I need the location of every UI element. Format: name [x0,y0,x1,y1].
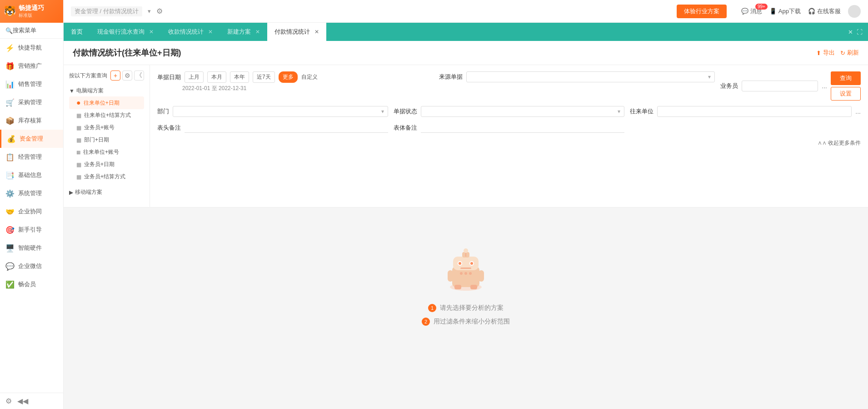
filter-settings-btn[interactable]: 设置 [831,87,861,101]
sidebar-item-wechat[interactable]: 💬 企业微信 [0,257,63,275]
sidebar-label-wechat: 企业微信 [18,262,42,270]
sales-icon: 📊 [5,80,15,89]
header-note-input[interactable] [185,122,388,133]
refresh-label: 刷新 [847,49,859,57]
tab-close-all-icon[interactable]: ✕ [848,29,853,35]
empty-state: 1 请先选择要分析的方案 2 用过滤条件来缩小分析范围 [64,207,868,362]
search-menu-item[interactable]: 🔍 搜索菜单 [0,23,63,39]
topbar-dropdown-icon[interactable]: ▾ [148,8,151,15]
sidebar-item-corp[interactable]: 🤝 企业协同 [0,202,63,221]
query-btn[interactable]: 查询 [831,71,861,85]
body-note-input[interactable] [421,122,624,133]
sidebar-item-quick-nav[interactable]: ⚡ 快捷导航 [0,39,63,57]
topbar: 资金管理 / 付款情况统计 ▾ ⚙ 体验行业方案 💬 消息 99+ 📱 App下… [64,0,868,23]
svg-rect-2 [448,270,453,282]
staff-dots[interactable]: ... [822,82,827,90]
sidebar-label-marketing: 营销推广 [18,62,42,70]
dept-filter-cell: 部门 ▾ [157,106,388,117]
tab-new-scheme[interactable]: 新建方案 ✕ [220,23,267,41]
sidebar-item-hardware[interactable]: 🖥️ 智能硬件 [0,239,63,257]
scheme-item-counterparty-settle[interactable]: ▦ 往来单位+结算方式 [69,109,144,121]
scheme-item-dept-date[interactable]: ▦ 部门+日期 [69,134,144,146]
user-avatar[interactable] [848,5,861,18]
source-filter-cell: 来源单据 ▾ [439,71,715,82]
doc-status-label: 单据状态 [394,107,417,116]
inventory-icon: 📦 [5,116,15,125]
tab-receipt-close[interactable]: ✕ [208,29,213,35]
sidebar-label-purchase: 采购管理 [18,98,42,106]
scheme-item-icon-1: ▦ [76,112,81,119]
sidebar-item-guide[interactable]: 🎯 新手引导 [0,221,63,239]
scheme-add-btn[interactable]: + [110,71,120,81]
scheme-item-counterparty-account[interactable]: ▦ 往来单位+账号 [69,146,144,158]
scheme-item-staff-date[interactable]: ▦ 业务员+日期 [69,158,144,171]
scheme-item-icon-2: ▦ [76,125,81,131]
tab-bank-close[interactable]: ✕ [149,29,154,35]
tab-expand-icon[interactable]: ⛶ [857,29,863,35]
date-btn-more[interactable]: 更多 [279,71,298,83]
scheme-item-staff-settle[interactable]: ▦ 业务员+结算方式 [69,171,144,183]
filter-row-3: 表头备注 表体备注 [157,122,861,133]
scheme-item-staff-account[interactable]: ▦ 业务员+账号 [69,121,144,134]
sidebar-item-sales[interactable]: 📊 销售管理 [0,75,63,93]
empty-hint-2-text: 用过滤条件来缩小分析范围 [434,318,510,326]
sidebar-label-inventory: 库存核算 [18,116,42,125]
date-btn-this-year[interactable]: 本年 [230,71,249,83]
counterparty-dots[interactable]: ... [855,108,861,115]
dept-select[interactable]: ▾ [173,106,388,117]
sidebar-label-quick-nav: 快捷导航 [18,44,42,52]
app-download-btn[interactable]: 📱 App下载 [769,7,801,15]
collapse-sidebar-btn[interactable]: ◀◀ [17,397,28,405]
scheme-group-mobile-title[interactable]: ▶ 移动端方案 [69,187,144,198]
topbar-settings-btn[interactable]: ⚙ [156,7,163,15]
sidebar-item-business[interactable]: 📋 经营管理 [0,148,63,166]
msg-btn[interactable]: 💬 消息 99+ [741,7,762,15]
sidebar-item-purchase[interactable]: 🛒 采购管理 [0,93,63,111]
tab-bank-label: 现金银行流水查询 [97,28,145,36]
export-label: 导出 [823,49,835,57]
collapse-icon: ∧∧ [818,140,827,146]
sidebar-item-inventory[interactable]: 📦 库存核算 [0,111,63,130]
filter-right-panel: 单据日期 上月 本月 本年 近7天 更多 自定义 2022-01-01 至 20… [150,65,868,207]
scheme-group-desktop-title[interactable]: ▼ 电脑端方案 [69,85,144,96]
settings-footer-btn[interactable]: ⚙ [5,397,12,405]
doc-status-select-arrow: ▾ [618,108,620,115]
tab-new-scheme-close[interactable]: ✕ [255,29,260,35]
export-btn[interactable]: ⬆ 导出 [816,49,835,57]
sidebar-item-system[interactable]: ⚙️ 系统管理 [0,184,63,202]
empty-state-icon [439,244,493,298]
doc-status-select[interactable]: ▾ [421,106,624,117]
tab-receipt[interactable]: 收款情况统计 ✕ [161,23,220,41]
online-service-btn[interactable]: 🎧 在线客服 [808,7,841,15]
sidebar-item-basic[interactable]: 📑 基础信息 [0,166,63,184]
sidebar-item-member[interactable]: ✅ 畅会员 [0,275,63,293]
staff-filter-label: 业务员 [720,82,738,90]
staff-filter-cell: 业务员 ... 查询 设置 [720,71,861,101]
dept-select-arrow: ▾ [381,108,384,115]
collapse-more-btn[interactable]: ∧∧ 收起更多条件 [157,136,861,150]
sidebar-item-marketing[interactable]: 🎁 营销推广 [0,57,63,75]
tab-payment-close[interactable]: ✕ [314,29,319,35]
tab-payment-label: 付款情况统计 [274,28,310,36]
date-btn-last-7days[interactable]: 近7天 [253,71,275,83]
sidebar-item-finance[interactable]: 💰 资金管理 [0,130,63,148]
counterparty-filter-cell: 往来单位 ... [630,106,861,117]
tab-payment[interactable]: 付款情况统计 ✕ [267,23,326,41]
source-select[interactable]: ▾ [466,71,715,82]
scheme-collapse-btn[interactable]: 《 [134,71,144,81]
header-note-label: 表头备注 [157,124,181,132]
date-btn-last-month[interactable]: 上月 [185,71,204,83]
sidebar-nav: ⚡ 快捷导航 🎁 营销推广 📊 销售管理 🛒 采购管理 📦 库存核算 💰 资金管… [0,39,63,393]
scheme-item-active-icon: ● [76,99,81,107]
quick-nav-icon: ⚡ [5,43,15,52]
scheme-settings-btn[interactable]: ⚙ [122,71,132,81]
refresh-btn[interactable]: ↻ 刷新 [840,49,859,57]
counterparty-input[interactable] [657,106,852,117]
staff-input[interactable] [742,81,818,91]
tab-home[interactable]: 首页 [64,23,90,41]
date-btn-this-month[interactable]: 本月 [207,71,226,83]
scheme-item-counterparty-date[interactable]: ● 往来单位+日期 [69,96,144,109]
trial-btn[interactable]: 体验行业方案 [677,5,727,18]
tab-bank[interactable]: 现金银行流水查询 ✕ [90,23,161,41]
body-note-label: 表体备注 [394,124,417,132]
